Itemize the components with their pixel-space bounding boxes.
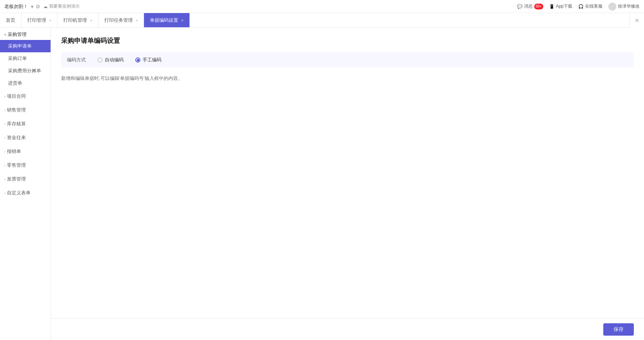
sidebar-group-invoice[interactable]: › 发票管理 bbox=[0, 172, 51, 186]
main-layout: ▾ 采购管理 采购申请单 采购订单 采购费用分摊单 进货单 › 项目合同 › 销… bbox=[0, 28, 644, 340]
avatar bbox=[608, 3, 616, 11]
sidebar-item-purchase-order[interactable]: 采购订单 bbox=[0, 52, 51, 65]
top-bar-icons: ▾ ⚙ bbox=[31, 4, 40, 9]
chevron-right-icon: › bbox=[4, 122, 5, 126]
auto-code-option[interactable]: 自动编码 bbox=[97, 57, 124, 63]
tab-close-print-task[interactable]: × bbox=[136, 18, 138, 23]
tab-printer-mgmt[interactable]: 打印机管理 × bbox=[57, 13, 98, 27]
chevron-right-icon: › bbox=[4, 94, 5, 98]
tab-home[interactable]: 首页 bbox=[0, 13, 21, 27]
sidebar-group-custom-form[interactable]: › 自定义表单 bbox=[0, 186, 51, 200]
chevron-right-icon: › bbox=[4, 150, 5, 154]
coding-mode-row: 编码方式 自动编码 手工编码 bbox=[61, 52, 634, 68]
sidebar-item-goods-receipt[interactable]: 进货单 bbox=[0, 77, 51, 89]
sidebar-item-purchase-request[interactable]: 采购申请单 bbox=[0, 40, 51, 52]
auto-code-radio[interactable] bbox=[97, 57, 103, 62]
page-close-button[interactable]: ✕ bbox=[629, 13, 644, 28]
coding-mode-label: 编码方式 bbox=[67, 57, 86, 63]
sidebar-group-retail[interactable]: › 零售管理 bbox=[0, 158, 51, 172]
message-badge: 99+ bbox=[534, 4, 543, 9]
description-text: 新增和编辑单据时,可以编辑'单据编码号'输入框中的内容。 bbox=[61, 75, 634, 82]
sidebar-group-sales[interactable]: › 销售管理 bbox=[0, 103, 51, 117]
sidebar: ▾ 采购管理 采购申请单 采购订单 采购费用分摊单 进货单 › 项目合同 › 销… bbox=[0, 28, 51, 340]
message-button[interactable]: 💬 消息 99+ bbox=[517, 3, 543, 9]
chevron-right-icon: › bbox=[4, 191, 5, 195]
manual-code-radio[interactable] bbox=[135, 57, 140, 62]
headset-icon: 🎧 bbox=[578, 4, 584, 9]
tab-print-task[interactable]: 打印任务管理 × bbox=[99, 13, 144, 27]
top-bar: 老板勿割！ ▾ ⚙ ☁ 我要看实例演示 💬 消息 99+ 📱 App下载 🎧 在… bbox=[0, 0, 644, 13]
app-download-button[interactable]: 📱 App下载 bbox=[549, 3, 572, 9]
settings-icon[interactable]: ⚙ bbox=[36, 4, 40, 9]
chevron-right-icon: › bbox=[4, 136, 5, 140]
top-bar-left: 老板勿割！ ▾ ⚙ ☁ 我要看实例演示 bbox=[4, 3, 80, 10]
chevron-right-icon: › bbox=[4, 108, 5, 112]
sidebar-group-inventory[interactable]: › 库存核算 bbox=[0, 117, 51, 131]
tab-close-print-mgmt[interactable]: × bbox=[49, 18, 51, 23]
tab-barcode-setting[interactable]: 单据编码设置 × bbox=[144, 13, 189, 27]
user-menu[interactable]: 徐泽华修改 bbox=[608, 3, 640, 11]
footer-bar: 保存 bbox=[51, 318, 644, 340]
top-bar-right: 💬 消息 99+ 📱 App下载 🎧 在线客服 徐泽华修改 bbox=[517, 3, 640, 11]
page-title: 采购申请单编码设置 bbox=[61, 36, 634, 45]
chevron-down-icon: ▾ bbox=[4, 33, 6, 37]
sidebar-group-project-contract[interactable]: › 项目合同 bbox=[0, 89, 51, 103]
online-service-button[interactable]: 🎧 在线客服 bbox=[578, 3, 603, 9]
sidebar-group-purchase[interactable]: ▾ 采购管理 bbox=[0, 28, 51, 40]
mobile-icon: 📱 bbox=[549, 4, 555, 9]
content-area: 采购申请单编码设置 编码方式 自动编码 手工编码 新增和编辑单据时,可以编辑'单… bbox=[51, 28, 644, 340]
tab-print-mgmt[interactable]: 打印管理 × bbox=[21, 13, 57, 27]
chevron-right-icon: › bbox=[4, 163, 5, 167]
save-button[interactable]: 保存 bbox=[603, 323, 634, 336]
cloud-icon: ☁ bbox=[43, 4, 48, 9]
tab-bar: 首页 打印管理 × 打印机管理 × 打印任务管理 × 单据编码设置 × ✕ bbox=[0, 13, 644, 28]
brand-text: 老板勿割！ bbox=[4, 3, 28, 10]
sidebar-group-capital[interactable]: › 资金往来 bbox=[0, 131, 51, 145]
chevron-right-icon: › bbox=[4, 177, 5, 181]
sidebar-group-returns[interactable]: › 报销单 bbox=[0, 145, 51, 158]
manual-code-option[interactable]: 手工编码 bbox=[135, 57, 161, 63]
demo-link[interactable]: ☁ 我要看实例演示 bbox=[43, 3, 80, 9]
sidebar-item-purchase-expense[interactable]: 采购费用分摊单 bbox=[0, 65, 51, 77]
message-icon: 💬 bbox=[517, 4, 523, 9]
dropdown-icon[interactable]: ▾ bbox=[31, 4, 33, 9]
content-inner: 采购申请单编码设置 编码方式 自动编码 手工编码 新增和编辑单据时,可以编辑'单… bbox=[51, 28, 644, 318]
tab-close-printer-mgmt[interactable]: × bbox=[90, 18, 92, 23]
tab-close-barcode-setting[interactable]: × bbox=[181, 18, 183, 23]
